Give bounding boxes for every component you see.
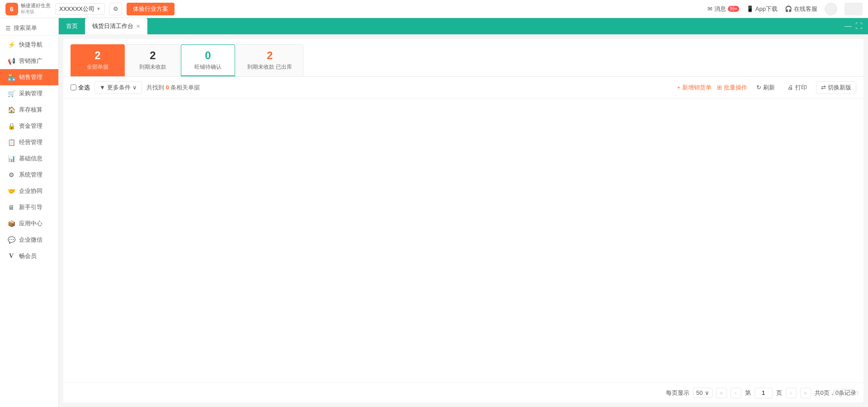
sidebar-label-purchase: 采购管理 [19,89,42,98]
sidebar-item-operations[interactable]: 📋 经营管理 [0,134,58,150]
online-service-button[interactable]: 🎧 在线客服 [785,5,817,13]
tab-close-icon[interactable]: ✕ [136,23,140,29]
system-icon: ⚙ [7,171,15,179]
page-size-value: 50 [696,389,703,396]
app-download-button[interactable]: 📱 App下载 [746,5,778,13]
print-button[interactable]: 🖨 打印 [784,82,811,94]
stat-tab-all[interactable]: 2 全部单据 [71,44,125,76]
basic-info-icon: 📊 [7,154,15,163]
logo-area: 6 畅捷通好生意 标准版 [5,3,51,15]
nav-tabs: 首页 钱货日清工作台 ✕ — ⛶ [59,18,868,34]
page-size-chevron: ∨ [705,389,709,396]
print-label: 打印 [795,84,807,92]
sidebar-label-member: 畅会员 [19,252,37,260]
plus-icon: + [677,84,680,91]
sidebar-item-app-center[interactable]: 📦 应用中心 [0,215,58,232]
sidebar-item-enterprise[interactable]: 🤝 企业协同 [0,183,58,199]
sidebar-item-quick-nav[interactable]: ⚡ 快捷导航 [0,37,58,53]
sidebar-item-system[interactable]: ⚙ 系统管理 [0,167,58,183]
select-all-checkbox[interactable]: 全选 [71,84,90,92]
tab-home[interactable]: 首页 [59,18,85,34]
filter-label: 更多条件 [107,84,131,92]
purchase-icon: 🛒 [7,89,15,98]
sidebar-item-purchase[interactable]: 🛒 采购管理 [0,85,58,102]
tab-work-station[interactable]: 钱货日清工作台 ✕ [85,18,147,34]
data-area [63,99,863,383]
batch-label: 批量操作 [724,84,747,92]
app-center-icon: 📦 [7,220,15,228]
per-page-label: 每页显示 [666,389,689,397]
footer-pagination: 每页显示 50 ∨ « ‹ 第 页 › » 共0页，0条记录 [63,383,863,402]
user-menu[interactable] [844,3,863,15]
batch-icon: ⊞ [717,84,722,91]
checkbox-input[interactable] [71,84,76,90]
settings-button[interactable]: ⚙ [109,3,122,15]
result-count: 0 [166,84,169,91]
wechat-icon: 💬 [7,236,15,244]
sidebar-item-wechat[interactable]: 💬 企业微信 [0,232,58,248]
refresh-icon: ↻ [756,84,761,91]
filter-button[interactable]: ▼ 更多条件 ∨ [94,81,142,94]
sidebar-item-inventory[interactable]: 🏠 库存核算 [0,102,58,118]
sidebar-item-member[interactable]: V 畅会员 [0,248,58,264]
stats-tabs: 2 全部单据 2 到期未收款 0 旺铺待确认 2 到期未收款 已出库 [63,39,863,77]
enterprise-icon: 🤝 [7,187,15,195]
result-text: 共找到 0 条相关单据 [146,84,200,92]
prev-page-button[interactable]: ‹ [731,388,741,398]
company-selector[interactable]: XXXXXX公司 ▼ [55,3,105,15]
stat-tab-wangpu[interactable]: 0 旺铺待确认 [181,44,235,76]
stat-tab-overdue[interactable]: 2 到期未收款 [126,44,180,76]
refresh-button[interactable]: ↻ 刷新 [753,82,778,94]
batch-operation-button[interactable]: ⊞ 批量操作 [717,84,747,92]
trial-button[interactable]: 体验行业方案 [127,3,175,15]
nav-maximize-icon[interactable]: ⛶ [855,22,863,30]
sidebar-item-finance[interactable]: 🔒 资金管理 [0,118,58,134]
page-size-select[interactable]: 50 ∨ [693,388,712,398]
logo-icon: 6 [5,3,18,15]
result-prefix: 共找到 [146,84,164,91]
sidebar-menu: ☰ 搜索菜单 ⚡ 快捷导航 📢 营销推广 🏪 销售管理 🛒 采购管理 🏠 库存核… [0,18,58,267]
finance-icon: 🔒 [7,122,15,130]
search-icon: ☰ [5,25,11,32]
sidebar-label-guide: 新手引导 [19,203,42,211]
avatar[interactable] [825,3,837,15]
first-page-button[interactable]: « [716,388,727,398]
next-page-button[interactable]: › [786,388,797,398]
app-version: 标准版 [21,9,51,15]
select-all-label: 全选 [78,84,90,92]
sidebar-item-marketing[interactable]: 📢 营销推广 [0,53,58,69]
logo-text-area: 畅捷通好生意 标准版 [21,3,51,15]
sidebar-item-guide[interactable]: 🖥 新手引导 [0,199,58,215]
message-button[interactable]: ✉ 消息 99+ [708,5,739,13]
refresh-label: 刷新 [763,84,775,92]
last-page-button[interactable]: » [800,388,811,398]
sidebar-item-search[interactable]: ☰ 搜索菜单 [0,21,58,36]
app-icon: 📱 [746,5,754,12]
switch-version-button[interactable]: ⇄ 切换新版 [816,81,856,94]
main-content: 2 全部单据 2 到期未收款 0 旺铺待确认 2 到期未收款 已出库 全选 [59,34,868,407]
content-area: 2 全部单据 2 到期未收款 0 旺铺待确认 2 到期未收款 已出库 全选 [63,39,863,402]
sidebar-item-basic-info[interactable]: 📊 基础信息 [0,150,58,167]
sidebar-label-basic-info: 基础信息 [19,154,42,163]
stat-num-overdue: 2 [137,49,169,62]
app-download-label: App下载 [755,5,778,13]
new-order-button[interactable]: + 新增销货单 [677,84,712,92]
quick-nav-icon: ⚡ [7,41,15,49]
chevron-down-icon: ▼ [96,6,101,11]
nav-tabs-right: — ⛶ [844,22,868,30]
online-service-label: 在线客服 [794,5,817,13]
company-name: XXXXXX公司 [59,5,94,13]
nav-minimize-icon[interactable]: — [844,22,852,30]
stat-tab-shipped[interactable]: 2 到期未收款 已出库 [236,44,303,76]
sidebar-label-enterprise: 企业协同 [19,187,42,195]
sidebar-label-quick-nav: 快捷导航 [19,41,42,49]
sidebar-item-sales[interactable]: 🏪 销售管理 [0,69,58,85]
header-right: ✉ 消息 99+ 📱 App下载 🎧 在线客服 [708,3,863,15]
message-label: 消息 [714,5,726,13]
member-icon: V [7,252,15,260]
inventory-icon: 🏠 [7,106,15,114]
page-input[interactable] [755,388,773,398]
sidebar-label-operations: 经营管理 [19,138,42,146]
guide-icon: 🖥 [7,203,15,211]
new-order-label: 新增销货单 [682,84,712,92]
